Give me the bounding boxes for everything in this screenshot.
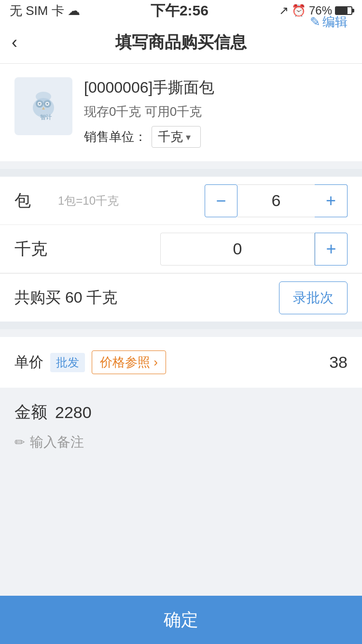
dropdown-arrow-icon: ▾ <box>186 131 191 143</box>
nav-bar: ‹ 填写商品购买信息 <box>0 21 362 64</box>
batch-button[interactable]: 录批次 <box>279 281 348 314</box>
amount-value: 2280 <box>55 403 92 422</box>
price-reference-button[interactable]: 价格参照 › <box>92 350 166 374</box>
price-type-tag: 批发 <box>50 353 85 372</box>
product-image: 智计 <box>14 77 72 135</box>
kg-label: 千克 <box>14 238 53 260</box>
kg-input-row: 千克 + <box>0 225 362 273</box>
amount-row: 金额 2280 <box>14 401 348 423</box>
product-name: [0000006]手撕面包 <box>84 77 348 98</box>
svg-point-8 <box>36 92 51 101</box>
status-carrier: 无 SIM 卡 ☁ <box>10 2 80 19</box>
bao-hint: 1包=10千克 <box>58 193 205 209</box>
status-time: 下午2:56 <box>151 1 209 21</box>
bao-quantity-control: − + <box>205 184 348 217</box>
kg-plus-button[interactable]: + <box>315 233 348 266</box>
product-info: [0000006]手撕面包 现存0千克 可用0千克 销售单位： 千克 ▾ <box>84 77 348 148</box>
svg-text:智计: 智计 <box>40 114 52 121</box>
bao-minus-button[interactable]: − <box>205 184 237 217</box>
kg-quantity-input[interactable] <box>160 233 315 266</box>
product-card: 智计 [0000006]手撕面包 现存0千克 可用0千克 销售单位： 千克 ▾ … <box>0 64 362 161</box>
amount-label: 金额 <box>14 401 47 423</box>
confirm-button[interactable]: 确定 <box>0 596 362 644</box>
svg-point-6 <box>46 103 48 105</box>
input-section: 包 1包=10千克 − + 千克 + <box>0 177 362 273</box>
pencil-icon: ✏ <box>14 435 25 450</box>
product-unit-row: 销售单位： 千克 ▾ <box>84 126 348 148</box>
main-content-area <box>0 461 362 596</box>
kg-quantity-control: + <box>160 233 348 266</box>
price-row: 单价 批发 价格参照 › 38 <box>14 350 348 374</box>
section-divider-1 <box>0 169 362 177</box>
price-label: 单价 <box>14 352 43 372</box>
back-button[interactable]: ‹ <box>12 32 17 53</box>
section-divider-2 <box>0 322 362 329</box>
remark-row[interactable]: ✏ 输入备注 <box>14 433 348 451</box>
bao-plus-button[interactable]: + <box>315 184 348 217</box>
unit-value: 千克 <box>158 128 183 145</box>
summary-row: 共购买 60 千克 录批次 <box>0 273 362 322</box>
edit-button[interactable]: ✎ 编辑 <box>310 14 348 30</box>
bao-quantity-input[interactable] <box>237 184 315 217</box>
amount-section: 金额 2280 ✏ 输入备注 <box>0 388 362 461</box>
navigation-icon: ↗ <box>279 4 289 17</box>
alarm-icon: ⏰ <box>292 4 306 17</box>
product-stock: 现存0千克 可用0千克 <box>84 103 348 120</box>
page-title: 填写商品购买信息 <box>115 31 247 54</box>
unit-selector[interactable]: 千克 ▾ <box>152 126 201 148</box>
purchase-summary: 共购买 60 千克 <box>14 287 117 308</box>
price-value: 38 <box>329 353 348 372</box>
price-section: 单价 批发 价格参照 › 38 <box>0 337 362 388</box>
product-logo: 智计 <box>27 89 60 123</box>
remark-placeholder: 输入备注 <box>30 433 84 451</box>
bao-label: 包 <box>14 190 53 212</box>
edit-icon: ✎ <box>310 14 320 29</box>
unit-label: 销售单位： <box>84 128 147 145</box>
svg-point-5 <box>39 103 41 105</box>
status-bar: 无 SIM 卡 ☁ 下午2:56 ↗ ⏰ 76% <box>0 0 362 21</box>
bao-input-row: 包 1包=10千克 − + <box>0 177 362 225</box>
